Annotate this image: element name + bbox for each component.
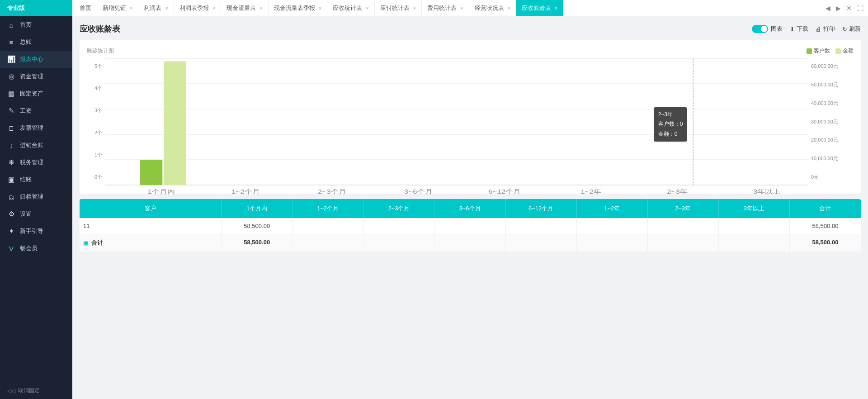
unpin-icon: ◁◁: [7, 388, 15, 394]
bar-1m-customers: [140, 160, 163, 185]
tab-maximize-button[interactable]: ⛶: [854, 5, 866, 12]
tab-home-label: 首页: [80, 4, 91, 12]
sidebar-item-tax[interactable]: ❋ 税务管理: [0, 154, 72, 171]
tab-voucher[interactable]: 新增凭证 ×: [97, 0, 138, 16]
td-total-2-3y: [648, 234, 719, 252]
sidebar-label-reports: 报表中心: [20, 55, 43, 63]
chart-toggle[interactable]: [752, 25, 768, 33]
sidebar: 专业版 ⌂ 首页 ≡ 总账 📊 报表中心 ◎ 资金管理 ▦ 固定资产 ✎ 工资 …: [0, 0, 72, 399]
tab-receivable-stats[interactable]: 应收统计表 ×: [327, 0, 374, 16]
refresh-button[interactable]: ↻ 刷新: [842, 25, 861, 33]
th-6-12m: 6~12个月: [506, 199, 577, 218]
sidebar-item-invoice[interactable]: 🗒 发票管理: [0, 119, 72, 137]
sidebar-item-funds[interactable]: ◎ 资金管理: [0, 68, 72, 85]
th-2-3m: 2~3个月: [363, 199, 434, 218]
download-label: 下载: [797, 25, 808, 33]
sidebar-item-reports[interactable]: 📊 报表中心: [0, 51, 72, 68]
tab-expense-stats[interactable]: 费用统计表 ×: [422, 0, 469, 16]
sidebar-item-ledger[interactable]: ≡ 总账: [0, 33, 72, 51]
tab-aging-close[interactable]: ×: [555, 5, 557, 11]
tab-close-all-button[interactable]: ✕: [844, 5, 854, 12]
sidebar-label-funds: 资金管理: [20, 72, 43, 81]
chart-title: 账龄统计图: [87, 47, 854, 55]
closing-icon: ▣: [7, 176, 15, 184]
tab-prev-button[interactable]: ◀: [823, 5, 833, 12]
svg-text:6~12个月: 6~12个月: [488, 188, 521, 195]
td-total-3y-plus: [719, 234, 790, 252]
sidebar-label-guide: 新手引导: [20, 227, 43, 235]
y-right-2: 20,000.00元: [811, 137, 838, 143]
sidebar-item-purchases[interactable]: ↕ 进销台账: [0, 137, 72, 154]
th-total: 合计: [790, 199, 861, 218]
tab-profit[interactable]: 利润表 ×: [138, 0, 174, 16]
sidebar-label-assets: 固定资产: [20, 90, 43, 98]
sidebar-item-settings[interactable]: ⚙ 设置: [0, 205, 72, 223]
tab-cashflow-q-close[interactable]: ×: [319, 5, 321, 11]
y-right-5: 50,000.00元: [811, 81, 838, 88]
y-right-6: 60,000.00元: [811, 63, 838, 70]
sidebar-item-archive[interactable]: 🗂 归档管理: [0, 188, 72, 205]
assets-icon: ▦: [7, 90, 15, 98]
reports-icon: 📊: [7, 55, 15, 63]
tab-profit-q-close[interactable]: ×: [212, 5, 215, 11]
tab-home[interactable]: 首页: [74, 0, 97, 16]
tab-receivable-stats-close[interactable]: ×: [366, 5, 368, 11]
th-1m: 1个月内: [222, 199, 292, 218]
tab-cashflow[interactable]: 现金流量表 ×: [221, 0, 268, 16]
legend-amount-dot: [835, 48, 841, 54]
tab-profit-q[interactable]: 利润表季报 ×: [174, 0, 221, 16]
chart-toggle-switch[interactable]: 图表: [752, 25, 783, 33]
svg-text:1个月内: 1个月内: [147, 188, 175, 195]
tab-payable-stats-close[interactable]: ×: [413, 5, 416, 11]
tab-expense-stats-label: 费用统计表: [427, 4, 457, 12]
tab-aging[interactable]: 应收账龄表 ×: [516, 0, 563, 16]
table-row: 11 58,500.00 58,500.00: [80, 218, 861, 234]
archive-icon: 🗂: [7, 193, 15, 201]
sidebar-item-assets[interactable]: ▦ 固定资产: [0, 85, 72, 102]
chart-svg: 1个月内 1~2个月 2~3个月 3~6个月 6~12个月 1~2年 2~3年 …: [105, 58, 808, 185]
sidebar-item-salary[interactable]: ✎ 工资: [0, 102, 72, 119]
tab-expense-stats-close[interactable]: ×: [460, 5, 463, 11]
sidebar-item-guide[interactable]: ✦ 新手引导: [0, 223, 72, 240]
unpin-sidebar-button[interactable]: ◁◁ 取消固定: [0, 382, 72, 399]
tab-next-button[interactable]: ▶: [833, 5, 844, 12]
td-6-12m: [506, 218, 577, 234]
sidebar-label-purchases: 进销台账: [20, 141, 43, 149]
funds-icon: ◎: [7, 72, 15, 81]
td-total-1m: 58,500.00: [222, 234, 292, 252]
td-total-1-2y: [577, 234, 648, 252]
td-2-3y: [648, 218, 719, 234]
tab-voucher-close[interactable]: ×: [130, 5, 132, 11]
tab-payable-stats[interactable]: 应付统计表 ×: [375, 0, 422, 16]
tab-cashflow-q[interactable]: 现金流量表季报 ×: [269, 0, 327, 16]
sidebar-label-invoice: 发票管理: [20, 124, 43, 132]
sidebar-item-closing[interactable]: ▣ 结账: [0, 171, 72, 188]
td-2-3m: [363, 218, 434, 234]
tab-profit-close[interactable]: ×: [165, 5, 168, 11]
sidebar-label-salary: 工资: [20, 107, 32, 115]
data-table: 客户 1个月内 1~2个月 2~3个月 3~6个月 6~12个月 1~2年 2~…: [80, 199, 861, 252]
tab-bar: 首页 新增凭证 × 利润表 × 利润表季报 × 现金流量表 × 现金流量表季报 …: [72, 0, 868, 16]
print-button[interactable]: 🖨 打印: [816, 25, 835, 33]
sidebar-item-home[interactable]: ⌂ 首页: [0, 16, 72, 33]
td-total-2-3m: [363, 234, 434, 252]
ledger-icon: ≡: [7, 38, 15, 46]
tax-icon: ❋: [7, 158, 15, 166]
td-grand-total: 58,500.00: [790, 234, 861, 252]
tab-operation[interactable]: 经营状况表 ×: [469, 0, 516, 16]
tab-receivable-stats-label: 应收统计表: [333, 4, 362, 12]
sidebar-label-archive: 归档管理: [20, 193, 43, 201]
legend-amount: 金额: [835, 47, 854, 55]
svg-text:2~3年: 2~3年: [667, 188, 688, 195]
download-button[interactable]: ⬇ 下载: [790, 25, 808, 33]
settings-icon: ⚙: [7, 210, 15, 218]
sidebar-item-vip[interactable]: V 畅会员: [0, 240, 72, 257]
tab-cashflow-close[interactable]: ×: [259, 5, 262, 11]
td-row-total: 58,500.00: [790, 218, 861, 234]
print-icon: 🖨: [816, 26, 821, 33]
legend-customers: 客户数: [807, 47, 830, 55]
tab-operation-close[interactable]: ×: [508, 5, 510, 11]
tab-cashflow-q-label: 现金流量表季报: [274, 4, 315, 12]
svg-text:3年以上: 3年以上: [753, 188, 780, 195]
td-1-2y: [577, 218, 648, 234]
